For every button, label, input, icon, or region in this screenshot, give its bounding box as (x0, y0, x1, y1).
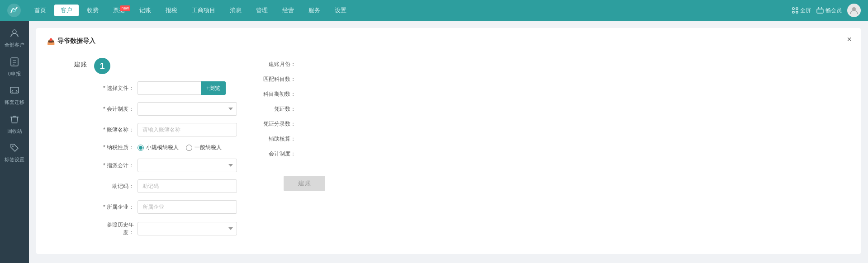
memo-input[interactable] (138, 179, 237, 193)
card-title-text: 导爷数据导入 (57, 37, 95, 45)
svg-rect-6 (817, 9, 823, 13)
nav-item-msg[interactable]: 消息 (223, 5, 248, 16)
form-row-assign: * 指派会计： (98, 159, 237, 172)
tax-radio-general[interactable] (186, 145, 192, 151)
form-rows: * 选择文件： +浏览 * 会计制度： (98, 81, 237, 236)
build-account-button[interactable]: 建账 (284, 176, 325, 191)
form-right: 建账月份： 匹配科目数： 科目期初数： 凭证数： (255, 56, 354, 236)
info-row-match: 匹配科目数： (255, 75, 354, 83)
info-row-entries: 凭证分录数： (255, 120, 354, 128)
svg-point-11 (12, 146, 14, 147)
form-row-accounting: * 会计制度： (98, 102, 237, 116)
assign-label: * 指派会计： (98, 162, 134, 169)
nav-item-fees[interactable]: 收费 (81, 5, 105, 16)
import-card: 📤 导爷数据导入 × 建账 1 * 选择文件： (36, 28, 861, 254)
avatar[interactable] (847, 4, 861, 17)
sidebar-item-migrate[interactable]: 账套迁移 (0, 82, 29, 109)
svg-rect-4 (792, 11, 794, 13)
nav-item-clients[interactable]: 客户 (54, 5, 79, 16)
nav-item-settings[interactable]: 设置 (328, 5, 353, 16)
migrate-icon (9, 85, 19, 98)
svg-rect-5 (796, 11, 798, 13)
company-input[interactable] (138, 200, 237, 214)
sidebar-item-tags-label: 标签设置 (5, 157, 24, 163)
declare-icon (9, 57, 19, 69)
nav-item-manage[interactable]: 管理 (250, 5, 274, 16)
nav-item-tax[interactable]: 报税 (159, 5, 184, 16)
form-row-history: 参照历史年度： (98, 221, 237, 236)
company-label: * 所属企业： (98, 203, 134, 211)
accounting-label: * 会计制度： (98, 105, 134, 113)
info-row-aux: 辅助核算： (255, 135, 354, 143)
nav-right: 全屏 畅会员 (792, 4, 864, 17)
file-input[interactable] (138, 81, 201, 95)
info-row-voucher: 凭证数： (255, 105, 354, 113)
logo (4, 0, 24, 21)
sidebar-item-clients[interactable]: 全部客户 (0, 24, 29, 52)
info-row-system: 会计制度： (255, 150, 354, 158)
tax-option-general[interactable]: 一般纳税人 (186, 144, 222, 151)
trash-icon (9, 114, 19, 127)
sidebar-item-declare-label: 0申报 (8, 71, 21, 77)
step-label: 建账 (74, 61, 87, 69)
svg-rect-2 (792, 8, 794, 9)
top-nav: 首页 客户 收费 票据 new 记账 报税 工商项目 消息 管理 经营 服务 设… (0, 0, 868, 21)
entries-label: 凭证分录数： (255, 120, 296, 128)
form-row-ledger: * 账簿名称： (98, 123, 237, 136)
sidebar: 全部客户 0申报 账套迁移 (0, 21, 29, 263)
tax-small-label: 小规模纳税人 (146, 144, 179, 151)
system-label: 会计制度： (255, 150, 296, 158)
nav-item-home[interactable]: 首页 (28, 5, 52, 16)
nav-item-bills[interactable]: 票据 new (107, 5, 131, 16)
assign-select[interactable] (138, 159, 237, 172)
tax-label: * 纳税性质： (98, 144, 134, 151)
fullscreen-btn[interactable]: 全屏 (792, 7, 811, 14)
nav-items: 首页 客户 收费 票据 new 记账 报税 工商项目 消息 管理 经营 服务 设… (24, 5, 792, 16)
svg-rect-9 (11, 58, 18, 66)
init-label: 科目期初数： (255, 90, 296, 98)
nav-item-biz[interactable]: 工商项目 (185, 5, 222, 16)
memo-label: 助记码： (98, 183, 134, 190)
fullscreen-icon (792, 7, 798, 14)
form-row-tax: * 纳税性质： 小规模纳税人 一般纳税人 (98, 144, 237, 151)
month-label: 建账月份： (255, 61, 296, 68)
close-button[interactable]: × (847, 35, 852, 43)
info-row-init: 科目期初数： (255, 90, 354, 98)
accounting-select[interactable] (138, 102, 237, 116)
step-badge: 1 (94, 58, 110, 74)
browse-button[interactable]: +浏览 (201, 81, 226, 95)
member-icon (816, 7, 824, 14)
clients-icon (9, 28, 19, 40)
sidebar-item-trash[interactable]: 回收站 (0, 111, 29, 138)
ledger-input[interactable] (138, 123, 237, 136)
step-header: 建账 1 (74, 56, 237, 74)
main-content: 📤 导爷数据导入 × 建账 1 * 选择文件： (29, 21, 868, 263)
member-btn[interactable]: 畅会员 (816, 7, 842, 14)
sidebar-item-migrate-label: 账套迁移 (5, 99, 24, 105)
form-row-company: * 所属企业： (98, 200, 237, 214)
card-title-icon: 📤 (47, 38, 55, 45)
tax-radio-small[interactable] (138, 145, 144, 151)
svg-point-0 (7, 4, 21, 17)
sidebar-item-tags[interactable]: 标签设置 (0, 139, 29, 166)
history-label: 参照历史年度： (98, 221, 134, 236)
tax-option-small[interactable]: 小规模纳税人 (138, 144, 179, 151)
nav-item-ops[interactable]: 经营 (276, 5, 300, 16)
form-row-memo: 助记码： (98, 179, 237, 193)
svg-point-8 (13, 30, 16, 33)
info-row-month: 建账月份： (255, 61, 354, 68)
card-title: 📤 导爷数据导入 (47, 37, 850, 45)
sidebar-item-declare[interactable]: 0申报 (0, 53, 29, 80)
tax-general-label: 一般纳税人 (194, 144, 222, 151)
member-label: 畅会员 (825, 7, 842, 14)
file-label: * 选择文件： (98, 85, 134, 92)
new-badge: new (120, 5, 130, 11)
fullscreen-label: 全屏 (800, 7, 811, 14)
svg-rect-10 (10, 87, 19, 93)
history-select[interactable] (138, 222, 237, 235)
nav-item-service[interactable]: 服务 (302, 5, 327, 16)
form-left: 建账 1 * 选择文件： +浏览 (74, 56, 237, 236)
nav-item-bookkeep[interactable]: 记账 (133, 5, 157, 16)
sidebar-item-trash-label: 回收站 (7, 128, 22, 134)
svg-rect-3 (796, 8, 798, 9)
